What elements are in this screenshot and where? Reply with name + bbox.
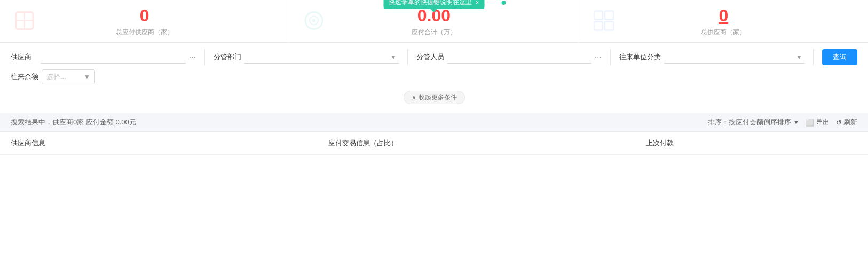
shortcut-tooltip: 快速录单的快捷键说明在这里 × bbox=[383, 0, 484, 9]
filter-unit-category: 往来单位分类 ▼ bbox=[619, 51, 804, 64]
collapse-label: 收起更多条件 bbox=[419, 93, 457, 102]
refresh-icon: ↺ bbox=[836, 119, 842, 127]
result-actions: 排序：按应付会额倒序排序 ▼ ⬜ 导出 ↺ 刷新 bbox=[708, 117, 857, 127]
total-suppliers-label: 总供应商（家） bbox=[701, 28, 746, 37]
stat-total-suppliers: 0 总供应商（家） bbox=[579, 0, 868, 42]
tooltip-close[interactable]: × bbox=[475, 0, 479, 6]
collapse-up-icon: ∧ bbox=[412, 94, 416, 101]
filter-bar: 供应商 ··· 分管部门 ▼ 分管人员 ··· 往来单位分类 ▼ bbox=[0, 43, 868, 113]
total-suppliers-number: 0 bbox=[719, 5, 728, 26]
stats-bar: 0 总应付供应商（家） 快速录单的快捷键说明在这里 × 0.00 应付合计（万） bbox=[0, 0, 868, 43]
filter-balance: 往来余额 选择... ▼ bbox=[11, 69, 198, 84]
unit-category-chevron-icon: ▼ bbox=[796, 53, 802, 61]
export-label: 导出 bbox=[816, 117, 830, 127]
person-label: 分管人员 bbox=[416, 52, 444, 62]
total-payable-number: 0 bbox=[140, 5, 149, 26]
filter-row-1: 供应商 ··· 分管部门 ▼ 分管人员 ··· 往来单位分类 ▼ bbox=[11, 49, 857, 65]
unit-category-label: 往来单位分类 bbox=[619, 52, 661, 62]
sort-selector[interactable]: 排序：按应付会额倒序排序 ▼ bbox=[708, 117, 799, 127]
filter-department: 分管部门 ▼ bbox=[214, 51, 399, 64]
divider-1 bbox=[204, 49, 205, 65]
payable-total-label: 应付合计（万） bbox=[412, 28, 456, 37]
svg-point-5 bbox=[312, 19, 315, 22]
collapse-row: ∧ 收起更多条件 bbox=[11, 89, 857, 108]
supplier-label: 供应商 bbox=[11, 52, 37, 62]
col-header-supplier: 供应商信息 bbox=[11, 138, 328, 148]
department-select[interactable]: ▼ bbox=[244, 51, 399, 64]
collapse-button[interactable]: ∧ 收起更多条件 bbox=[404, 91, 465, 104]
divider-4 bbox=[813, 49, 814, 65]
supplier-more-icon[interactable]: ··· bbox=[189, 53, 196, 61]
divider-2 bbox=[407, 49, 408, 65]
divider-3 bbox=[610, 49, 611, 65]
unit-category-select[interactable]: ▼ bbox=[664, 51, 804, 64]
col-header-payment: 上次付款 bbox=[646, 138, 858, 148]
svg-rect-6 bbox=[594, 11, 603, 19]
balance-label: 往来余额 bbox=[11, 72, 38, 82]
sort-label: 排序：按应付会额倒序排序 bbox=[708, 117, 791, 127]
svg-rect-9 bbox=[605, 21, 613, 30]
table-body bbox=[0, 155, 868, 275]
svg-rect-7 bbox=[605, 11, 613, 19]
query-button[interactable]: 查询 bbox=[822, 49, 857, 65]
department-label: 分管部门 bbox=[214, 52, 241, 62]
person-more-icon[interactable]: ··· bbox=[595, 53, 602, 61]
filter-row-2: 往来余额 选择... ▼ bbox=[11, 69, 198, 84]
supplier-input[interactable] bbox=[41, 51, 186, 64]
balance-select[interactable]: 选择... ▼ bbox=[42, 69, 95, 84]
filter-person: 分管人员 ··· bbox=[416, 51, 602, 64]
stat-payable-total: 快速录单的快捷键说明在这里 × 0.00 应付合计（万） bbox=[289, 0, 579, 42]
export-icon: ⬜ bbox=[806, 119, 814, 127]
balance-chevron-icon: ▼ bbox=[84, 73, 90, 81]
svg-rect-8 bbox=[594, 21, 603, 30]
result-info: 搜索结果中，供应商0家 应付金额 0.00元 bbox=[11, 117, 136, 127]
person-input[interactable] bbox=[447, 51, 591, 64]
col-header-transaction: 应付交易信息（占比） bbox=[328, 138, 646, 148]
refresh-label: 刷新 bbox=[843, 117, 857, 127]
refresh-button[interactable]: ↺ 刷新 bbox=[836, 117, 857, 127]
filter-supplier: 供应商 ··· bbox=[11, 51, 196, 64]
export-button[interactable]: ⬜ 导出 bbox=[806, 117, 830, 127]
table-header: 供应商信息 应付交易信息（占比） 上次付款 bbox=[0, 132, 868, 155]
stat-total-payable-suppliers: 0 总应付供应商（家） bbox=[0, 0, 289, 42]
sort-chevron-icon: ▼ bbox=[793, 119, 799, 125]
department-chevron-icon: ▼ bbox=[390, 53, 397, 61]
result-bar: 搜索结果中，供应商0家 应付金额 0.00元 排序：按应付会额倒序排序 ▼ ⬜ … bbox=[0, 113, 868, 132]
tooltip-text: 快速录单的快捷键说明在这里 bbox=[389, 0, 472, 7]
total-payable-label: 总应付供应商（家） bbox=[116, 28, 173, 37]
balance-placeholder: 选择... bbox=[46, 72, 66, 82]
